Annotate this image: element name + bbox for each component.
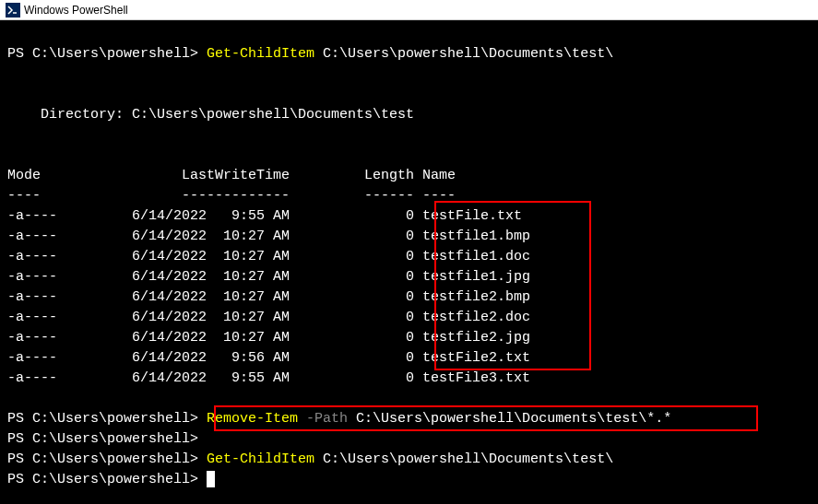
powershell-icon [6, 3, 20, 18]
prompt-5: PS C:\Users\powershell> [7, 472, 207, 487]
table-row: -a---- 6/14/2022 9:56 AM 0 testFile2.txt [7, 350, 530, 366]
cmdlet-getchilditem: Get-ChildItem [207, 46, 314, 62]
table-row: -a---- 6/14/2022 10:27 AM 0 testfile2.do… [7, 310, 530, 325]
table-row: -a---- 6/14/2022 9:55 AM 0 testFile.txt [7, 208, 522, 224]
table-row: -a---- 6/14/2022 10:27 AM 0 testfile1.bm… [7, 229, 530, 244]
table-header-divider: ---- ------------- ------ ---- [7, 188, 456, 204]
cmdlet-getchilditem-2: Get-ChildItem [207, 451, 314, 467]
prompt-2: PS C:\Users\powershell> [7, 411, 207, 427]
table-row: -a---- 6/14/2022 10:27 AM 0 testfile2.bm… [7, 289, 530, 305]
directory-label: Directory: C:\Users\powershell\Documents… [7, 107, 414, 123]
terminal-area[interactable]: PS C:\Users\powershell> Get-ChildItem C:… [0, 20, 818, 504]
cursor [207, 471, 215, 487]
window-title: Windows PowerShell [24, 4, 128, 17]
prompt-4: PS C:\Users\powershell> [7, 451, 207, 467]
prompt-1: PS C:\Users\powershell> [7, 46, 207, 62]
cmd2-arg: C:\Users\powershell\Documents\test\*.* [348, 411, 671, 427]
table-row: -a---- 6/14/2022 9:55 AM 0 testFile3.txt [7, 370, 530, 386]
param-path: -Path [298, 411, 348, 427]
cmdlet-removeitem: Remove-Item [207, 411, 298, 427]
prompt-3: PS C:\Users\powershell> [7, 431, 207, 447]
cmd3-arg: C:\Users\powershell\Documents\test\ [314, 451, 613, 467]
cmd1-arg: C:\Users\powershell\Documents\test\ [314, 46, 613, 62]
table-row: -a---- 6/14/2022 10:27 AM 0 testfile1.do… [7, 249, 530, 264]
table-row: -a---- 6/14/2022 10:27 AM 0 testfile2.jp… [7, 330, 530, 346]
table-header: Mode LastWriteTime Length Name [7, 168, 456, 183]
titlebar[interactable]: Windows PowerShell [0, 0, 818, 20]
table-row: -a---- 6/14/2022 10:27 AM 0 testfile1.jp… [7, 269, 530, 285]
